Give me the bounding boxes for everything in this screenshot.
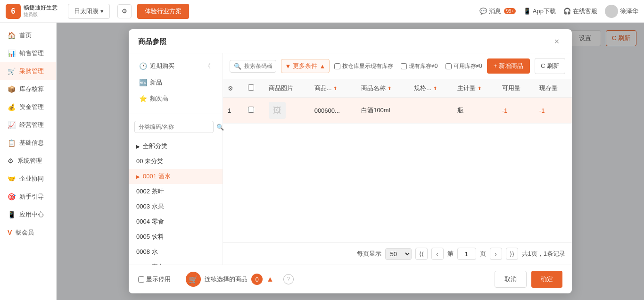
app-download-nav[interactable]: 📱 App下载	[523, 7, 556, 16]
sidebar-item-member[interactable]: V 畅会员	[0, 224, 56, 242]
frequent-icon: ⭐	[139, 95, 147, 102]
purchase-icon: 🛒	[8, 67, 16, 75]
sidebar-item-collab[interactable]: 🤝 企业协同	[0, 170, 56, 188]
right-panel: 🔍 ▼ 更多条件 ▲ 按仓库显示现有库存	[223, 53, 572, 265]
cat-water[interactable]: 0008 水	[129, 244, 223, 259]
next-page-button[interactable]: ›	[490, 248, 502, 260]
store-selector[interactable]: 日太阳膜 ▾	[68, 4, 110, 19]
headset-icon: 🎧	[563, 8, 571, 15]
pagination-bar: 每页显示 50 10 20 100 ⟨⟨ ‹ 第 页	[223, 242, 572, 265]
footer-cart: 🛒 连续选择的商品 0 ▲	[186, 272, 274, 287]
cell-image: 🖼	[264, 98, 310, 124]
prev-page-button[interactable]: ‹	[431, 248, 444, 260]
filter-button[interactable]: ▼ 更多条件 ▲	[281, 59, 330, 73]
check-usable-ne0[interactable]: 可用库存≠0	[446, 62, 482, 70]
sidebar-label-apps: 应用中心	[19, 210, 44, 219]
check-warehouse[interactable]: 按仓库显示现有库存	[334, 62, 393, 70]
usable-checkbox[interactable]	[446, 63, 452, 69]
col-code-label: 商品...	[314, 84, 332, 92]
col-settings[interactable]: ⚙	[223, 79, 243, 98]
cart-icon[interactable]: 🛒	[186, 272, 201, 287]
product-search-input[interactable]	[244, 63, 272, 69]
sort-icon-name: ⬆	[388, 86, 391, 91]
check-available-ne0[interactable]: 现有库存≠0	[401, 62, 438, 70]
collapse-arrow-icon[interactable]: ▲	[266, 275, 274, 283]
product-search-box: 🔍	[230, 60, 276, 73]
table-row[interactable]: 1 🖼 000600... 白酒100ml 瓶	[223, 98, 572, 124]
select-all-checkbox[interactable]	[248, 84, 254, 91]
footer-left: 显示停用	[138, 275, 171, 283]
first-page-button[interactable]: ⟨⟨	[415, 248, 428, 260]
cat-snack[interactable]: 0004 零食	[129, 214, 223, 229]
messages-nav[interactable]: 💬 消息 99+	[479, 7, 515, 16]
checkbox-group: 按仓库显示现有库存 现有库存≠0 可用库存≠0	[334, 62, 482, 70]
cell-spec	[409, 98, 453, 124]
close-button[interactable]: ×	[551, 36, 562, 47]
sidebar-item-apps[interactable]: 📱 应用中心	[0, 206, 56, 224]
confirm-button[interactable]: 确定	[531, 271, 562, 288]
cat-label-water: 0008 水	[136, 248, 158, 256]
col-name[interactable]: 商品名称 ⬆	[356, 79, 409, 98]
sidebar-item-home[interactable]: 🏠 首页	[0, 26, 56, 44]
sort-icon-code: ⬆	[333, 86, 337, 91]
page-unit: 页	[480, 250, 486, 258]
apps-icon: 📱	[8, 211, 16, 218]
cell-unit: 瓶	[453, 98, 497, 124]
cat-fruit[interactable]: 0003 水果	[129, 199, 223, 214]
sidebar-item-guide[interactable]: 🎯 新手引导	[0, 188, 56, 206]
cat-drink[interactable]: 0005 饮料	[129, 229, 223, 244]
online-service-nav[interactable]: 🎧 在线客服	[563, 7, 597, 16]
modal-backdrop: 商品参照 × 🕐 近期购买 《	[57, 23, 644, 300]
warehouse-label: 按仓库显示现有库存	[342, 62, 393, 70]
disabled-checkbox[interactable]	[138, 276, 144, 283]
col-spec[interactable]: 规格... ⬆	[409, 79, 453, 98]
sidebar-item-finance[interactable]: 💰 资金管理	[0, 98, 56, 116]
quick-new[interactable]: 🆕 新品	[134, 75, 217, 90]
category-list: ▶ 全部分类 00 未分类 ▶ 0001 酒水 0002 茶	[129, 137, 223, 265]
quick-recent[interactable]: 🕐 近期购买 《	[134, 58, 217, 74]
quick-frequent[interactable]: ⭐ 频次高	[134, 91, 217, 106]
show-disabled-check[interactable]: 显示停用	[138, 275, 171, 283]
footer-right: 取消 确定	[495, 271, 562, 288]
col-unit-label: 主计量	[457, 84, 476, 92]
last-page-button[interactable]: ⟩⟩	[506, 248, 518, 260]
warehouse-checkbox[interactable]	[334, 63, 340, 69]
cat-uncategorized[interactable]: 00 未分类	[129, 154, 223, 169]
sidebar-item-inventory[interactable]: 📦 库存核算	[0, 80, 56, 98]
divider	[129, 114, 223, 114]
category-search-input[interactable]	[134, 121, 214, 133]
sidebar-item-system[interactable]: ⚙ 系统管理	[0, 152, 56, 170]
guide-icon: 🎯	[8, 193, 16, 200]
trial-button[interactable]: 体验行业方案	[137, 4, 189, 19]
page-size-select[interactable]: 50 10 20 100	[385, 248, 412, 260]
help-icon[interactable]: ?	[283, 274, 294, 284]
sidebar-item-purchase[interactable]: 🛒 采购管理	[0, 62, 56, 80]
cat-appliance[interactable]: 0010 家电	[129, 259, 223, 265]
basics-icon: 📋	[8, 139, 16, 147]
add-product-button[interactable]: + 新增商品	[487, 58, 530, 74]
cell-code: 000600...	[310, 98, 357, 124]
cat-liquor[interactable]: ▶ 0001 酒水	[129, 169, 223, 184]
available-checkbox[interactable]	[401, 63, 407, 69]
page-input[interactable]	[457, 248, 476, 260]
refresh-button[interactable]: C 刷新	[535, 58, 565, 74]
phone-icon: 📱	[523, 8, 531, 15]
row-checkbox[interactable]	[248, 107, 254, 113]
sidebar-item-sales[interactable]: 📊 销售管理	[0, 44, 56, 62]
sidebar-item-operations[interactable]: 📈 经营管理	[0, 116, 56, 134]
cat-tea[interactable]: 0002 茶叶	[129, 184, 223, 199]
cart-label: 连续选择的商品	[205, 275, 248, 283]
col-code[interactable]: 商品... ⬆	[310, 79, 357, 98]
user-nav[interactable]: 徐泽华	[605, 5, 638, 18]
collapse-icon[interactable]: 《	[203, 61, 212, 71]
sidebar-item-basics[interactable]: 📋 基础信息	[0, 134, 56, 152]
settings-icon[interactable]: ⚙	[117, 4, 132, 18]
cancel-button[interactable]: 取消	[495, 271, 527, 288]
operations-icon: 📈	[8, 121, 16, 129]
available-label: 现有库存≠0	[409, 62, 438, 70]
message-icon: 💬	[479, 8, 487, 15]
modal-body: 🕐 近期购买 《 🆕 新品 ⭐ 频次高	[129, 53, 572, 265]
sidebar-label-system: 系统管理	[17, 157, 42, 165]
cat-all[interactable]: ▶ 全部分类	[129, 139, 223, 154]
col-unit[interactable]: 主计量 ⬆	[453, 79, 497, 98]
